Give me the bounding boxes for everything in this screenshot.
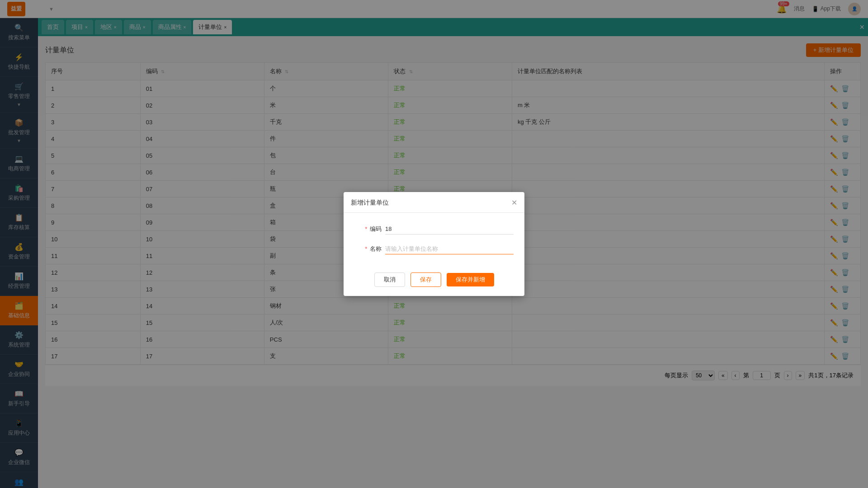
- save-button[interactable]: 保存: [410, 272, 441, 287]
- name-form-row: * 名称: [354, 244, 514, 254]
- modal-overlay: 新增计量单位 ✕ * 编码 * 名称 取消 保存 保存并新增: [0, 0, 868, 488]
- code-label: * 编码: [354, 225, 382, 233]
- add-unit-modal: 新增计量单位 ✕ * 编码 * 名称 取消 保存 保存并新增: [344, 192, 524, 296]
- modal-close-btn[interactable]: ✕: [511, 198, 517, 207]
- save-and-new-button[interactable]: 保存并新增: [447, 273, 494, 286]
- code-input[interactable]: [385, 224, 514, 235]
- modal-body: * 编码 * 名称: [344, 213, 524, 267]
- name-label: * 名称: [354, 245, 382, 253]
- cancel-button[interactable]: 取消: [374, 272, 405, 287]
- code-form-row: * 编码: [354, 224, 514, 235]
- modal-footer: 取消 保存 保存并新增: [344, 267, 524, 296]
- modal-title: 新增计量单位: [351, 199, 389, 207]
- name-input[interactable]: [385, 244, 514, 254]
- modal-header: 新增计量单位 ✕: [344, 192, 524, 213]
